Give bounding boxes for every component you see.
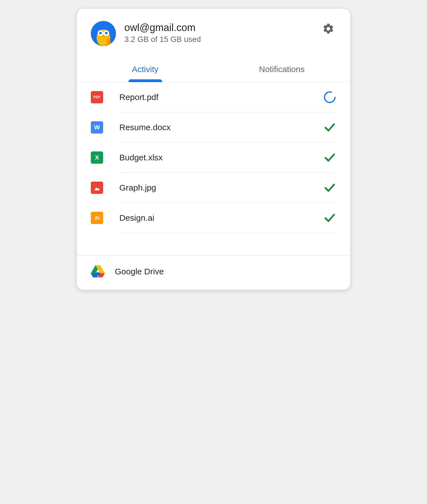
svg-point-3 — [99, 32, 102, 34]
illustrator-icon: Ai — [91, 212, 103, 224]
sync-spinner-icon — [323, 91, 336, 104]
file-name: Report.pdf — [119, 92, 158, 102]
file-row[interactable]: W Resume.docx — [91, 112, 336, 142]
file-name: Graph.jpg — [119, 183, 156, 192]
checkmark-icon — [323, 181, 336, 194]
file-row[interactable]: Graph.jpg — [91, 173, 336, 203]
svg-point-6 — [324, 92, 335, 103]
tab-notifications[interactable]: Notifications — [214, 58, 350, 82]
drive-backup-panel: owl@gmail.com 3.2 GB of 15 GB used Activ… — [77, 8, 350, 290]
footer-label: Google Drive — [115, 267, 164, 276]
account-info: owl@gmail.com 3.2 GB of 15 GB used — [116, 21, 322, 44]
file-name: Budget.xlsx — [119, 153, 163, 162]
account-header: owl@gmail.com 3.2 GB of 15 GB used — [77, 9, 350, 52]
account-email: owl@gmail.com — [124, 22, 322, 33]
file-row[interactable]: X Budget.xlsx — [91, 142, 336, 173]
checkmark-icon — [323, 151, 336, 164]
checkmark-icon — [323, 121, 336, 134]
gear-icon — [322, 31, 335, 36]
pdf-icon: PDF — [91, 91, 103, 103]
file-name: Resume.docx — [119, 123, 170, 132]
image-icon — [91, 182, 103, 194]
storage-quota: 3.2 GB of 15 GB used — [124, 35, 322, 44]
footer: Google Drive — [77, 255, 350, 290]
file-list: PDF Report.pdf W Resume.docx X Budget.xl… — [77, 82, 350, 255]
excel-icon: X — [91, 151, 103, 164]
svg-marker-7 — [94, 187, 100, 191]
svg-point-4 — [105, 32, 108, 34]
avatar[interactable] — [91, 21, 116, 46]
tab-activity[interactable]: Activity — [77, 58, 214, 82]
google-drive-icon — [91, 265, 105, 278]
settings-button[interactable] — [322, 23, 335, 36]
word-icon: W — [91, 121, 103, 134]
checkmark-icon — [323, 211, 336, 224]
file-row[interactable]: Ai Design.ai — [91, 203, 336, 233]
tab-bar: Activity Notifications — [77, 58, 350, 82]
file-row[interactable]: PDF Report.pdf — [91, 82, 336, 112]
file-name: Design.ai — [119, 213, 154, 223]
